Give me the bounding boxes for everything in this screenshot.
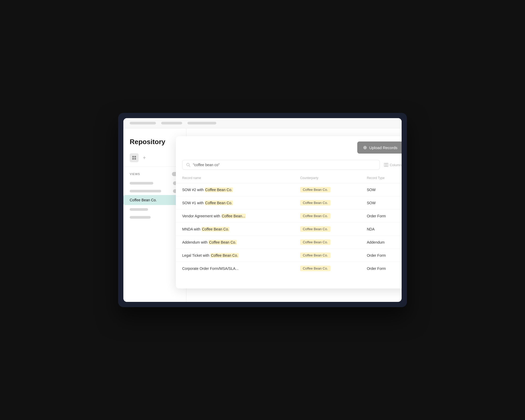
table-row[interactable]: Vendor Agreement with Coffee Bean...Coff… <box>176 209 402 223</box>
name-highlight: Coffee Bean Co. <box>208 240 237 245</box>
columns-icon <box>384 163 388 167</box>
counterparty-tag: Coffee Bean Co. <box>300 200 330 206</box>
counterparty-tag: Coffee Bean Co. <box>300 239 330 245</box>
counterparty-tag: Coffee Bean Co. <box>300 213 330 219</box>
counterparty-tag: Coffee Bean Co. <box>300 226 330 232</box>
counterparty-cell: Coffee Bean Co. <box>294 196 360 209</box>
col-header-type: Record Type <box>360 174 402 183</box>
table-row[interactable]: Legal Ticket with Coffee Bean Co.Coffee … <box>176 249 402 262</box>
counterparty-tag: Coffee Bean Co. <box>300 187 330 192</box>
record-name-cell: SOW #2 with Coffee Bean Co. <box>176 183 294 196</box>
views-label: VIEWS <box>130 172 140 176</box>
records-table: Record name Counterparty Record Type SOW… <box>176 174 402 275</box>
nav-pill-2 <box>161 122 182 124</box>
record-name-cell: SOW #1 with Coffee Bean Co. <box>176 196 294 209</box>
table-row[interactable]: MNDA with Coffee Bean Co.Coffee Bean Co.… <box>176 223 402 236</box>
table-header-row: Record name Counterparty Record Type <box>176 174 402 183</box>
upload-button-label: Upload Records <box>369 145 397 150</box>
record-type-cell: NDA <box>360 223 402 236</box>
svg-rect-1 <box>134 156 136 158</box>
sidebar-sub-label <box>130 216 151 219</box>
search-box[interactable]: "coffee bean co" <box>182 160 380 170</box>
top-nav <box>123 118 402 128</box>
content-header: ⊕ Upload Records <box>176 136 402 158</box>
counterparty-cell: Coffee Bean Co. <box>294 209 360 223</box>
record-type-cell: Order Form <box>360 209 402 223</box>
svg-rect-3 <box>134 158 136 160</box>
record-name-cell: MNDA with Coffee Bean Co. <box>176 223 294 236</box>
record-name-cell: Addendum with Coffee Bean Co. <box>176 236 294 249</box>
content-panel: ⊕ Upload Records "coffee bean co" <box>176 136 402 288</box>
columns-button[interactable]: Columns <box>384 163 402 167</box>
col-header-name: Record name <box>176 174 294 183</box>
search-query-display: "coffee bean co" <box>193 163 220 167</box>
record-type-cell: SOW <box>360 183 402 196</box>
name-highlight: Coffee Bean Co. <box>205 187 233 192</box>
svg-line-5 <box>189 166 190 167</box>
counterparty-cell: Coffee Bean Co. <box>294 223 360 236</box>
sidebar-item-1-label <box>130 182 153 185</box>
add-view-button[interactable]: + <box>143 155 146 161</box>
record-type-cell: Addendum <box>360 236 402 249</box>
sidebar-active-label: Coffee Bean Co. <box>130 198 157 202</box>
record-type-cell: Order Form <box>360 249 402 262</box>
nav-pill-3 <box>187 122 216 124</box>
main-area: Repository + VIEWS <box>123 128 402 302</box>
table-row[interactable]: Addendum with Coffee Bean Co.Coffee Bean… <box>176 236 402 249</box>
sidebar-view-icon[interactable] <box>130 153 139 162</box>
grid-icon <box>132 156 136 160</box>
sidebar-group-label <box>130 208 148 211</box>
screen-wrapper: Repository + VIEWS <box>118 113 407 307</box>
counterparty-cell: Coffee Bean Co. <box>294 249 360 262</box>
sidebar-item-2-label <box>130 190 161 192</box>
table-row[interactable]: SOW #2 with Coffee Bean Co.Coffee Bean C… <box>176 183 402 196</box>
name-highlight: Coffee Bean... <box>221 214 246 218</box>
counterparty-cell: Coffee Bean Co. <box>294 236 360 249</box>
col-header-counterparty: Counterparty <box>294 174 360 183</box>
counterparty-cell: Coffee Bean Co. <box>294 183 360 196</box>
search-icon <box>186 163 190 167</box>
name-highlight: Coffee Bean Co. <box>210 253 238 258</box>
counterparty-cell: Coffee Bean Co. <box>294 262 360 275</box>
app-window: Repository + VIEWS <box>123 118 402 302</box>
svg-rect-0 <box>132 156 134 158</box>
counterparty-tag: Coffee Bean Co. <box>300 266 330 271</box>
upload-plus-icon: ⊕ <box>363 145 367 150</box>
record-name-cell: Corporate Order Form/MSA/SLA... <box>176 262 294 275</box>
search-row: "coffee bean co" Columns <box>176 158 402 174</box>
columns-label: Columns <box>390 163 402 167</box>
record-name-cell: Vendor Agreement with Coffee Bean... <box>176 209 294 223</box>
svg-rect-2 <box>132 158 134 160</box>
record-type-cell: Order Form <box>360 262 402 275</box>
name-highlight: Coffee Bean Co. <box>201 227 229 232</box>
name-highlight: Coffee Bean Co. <box>205 201 233 205</box>
table-row[interactable]: SOW #1 with Coffee Bean Co.Coffee Bean C… <box>176 196 402 209</box>
table-row[interactable]: Corporate Order Form/MSA/SLA...Coffee Be… <box>176 262 402 275</box>
svg-rect-8 <box>387 163 388 167</box>
record-name-cell: Legal Ticket with Coffee Bean Co. <box>176 249 294 262</box>
counterparty-tag: Coffee Bean Co. <box>300 253 330 258</box>
upload-records-button[interactable]: ⊕ Upload Records <box>357 141 402 154</box>
nav-pill-1 <box>130 122 156 124</box>
record-type-cell: SOW <box>360 196 402 209</box>
